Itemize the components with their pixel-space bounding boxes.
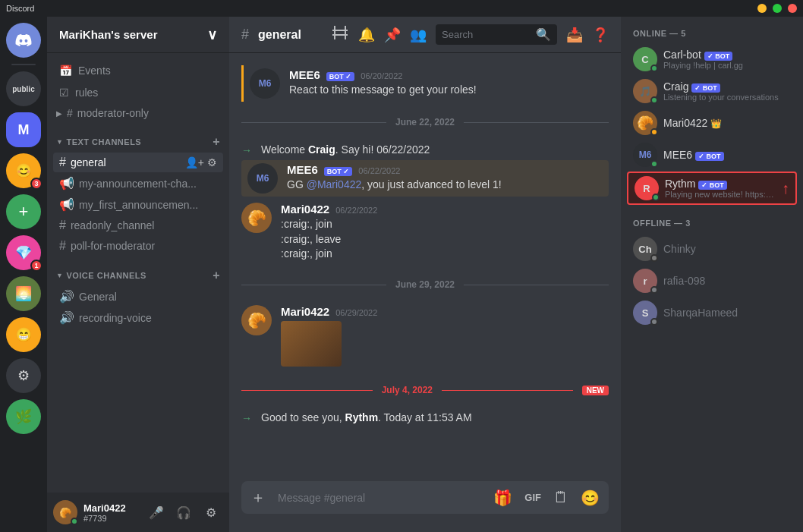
add-attachment-button[interactable]: ＋ [247,481,269,514]
message-content-mari: Mari0422 06/22/2022 :craig:, join :craig… [281,203,609,261]
status-dot-rafia [650,286,658,294]
message-content-mee6: MEE6 BOT ✓ 06/22/2022 GG @Mari0422, you … [287,163,603,194]
member-status-carlbot: Playing !help | carl.gg [663,61,791,70]
user-settings-button[interactable]: ⚙ [199,500,223,524]
search-input[interactable] [442,29,531,40]
minimize-button[interactable]: ─ [757,4,767,13]
server-icon-landscape[interactable]: 🌅 [6,276,41,311]
channel-item-poll[interactable]: # poll-for-moderator [53,236,223,256]
gif-button[interactable]: GIF [521,486,544,509]
arrow-icon-rythm: → [241,412,252,424]
member-item-craig[interactable]: 🎵 Craig ✓ BOT Listening to your conversa… [627,76,797,106]
system-message-rythm-text: Good to see you, Rythm. Today at 11:53 A… [261,411,472,425]
message-content: MEE6 BOT ✓ 06/20/2022 React to this mess… [289,68,609,99]
members-icon[interactable]: 👥 [410,27,427,43]
new-divider-text: July 4, 2022 [382,385,433,395]
server-icon-s5[interactable]: 😁 [6,317,41,352]
notification-bell-icon[interactable]: 🔔 [358,27,375,43]
member-item-chinky[interactable]: Ch Chinky [627,234,797,264]
voice-channel-general[interactable]: 🔊 General [53,286,223,307]
member-name-rafia: rafia-098 [663,275,791,287]
add-user-icon[interactable]: 👤+ [185,156,204,168]
pin-icon[interactable]: 📌 [384,27,401,43]
mute-button[interactable]: 🎤 [144,500,168,524]
server-icon-s6[interactable]: ⚙ [6,358,41,393]
close-button[interactable]: ✕ [788,4,797,13]
notification-badge-s3: 1 [30,260,43,272]
server-icon-marikhans[interactable]: M [6,112,41,147]
deafen-button[interactable]: 🎧 [172,500,196,524]
channel-item-first-announcement[interactable]: 📢 my_first_announcemen... [53,194,223,215]
date-divider-june29: June 29, 2022 [241,279,609,290]
member-item-carlbot[interactable]: C Carl-bot ✓ BOT Playing !help | carl.gg [627,44,797,74]
server-name-bar[interactable]: MariKhan's server ∨ [47,17,229,53]
member-item-mee6[interactable]: M6 MEE6 ✓ BOT [627,140,797,170]
bot-check-badge-craig: ✓ BOT [691,83,720,93]
titlebar: Discord ─ □ ✕ [0,0,803,17]
bot-check-badge-rythm: ✓ BOT [698,181,727,190]
member-item-mari0422[interactable]: 🥐 Mari0422 👑 [627,108,797,138]
calendar-icon: 📅 [59,65,72,77]
message-input[interactable] [275,484,484,512]
message-input-box: ＋ 🎁 GIF 🗒 😊 [241,481,609,514]
highlighted-message-group: M6 MEE6 BOT ✓ 06/22/2022 GG @Mari0422, y… [241,160,609,197]
status-dot-carlbot [650,65,658,72]
hash-icon: # [59,156,66,169]
sidebar-item-moderator-only[interactable]: ▶ # moderator-only [53,104,223,122]
maximize-button[interactable]: □ [773,4,782,13]
member-name-sharqa: SharqaHameed [663,307,791,319]
add-voice-channel-button[interactable]: + [213,269,220,282]
message-author-mari2: Mari0422 [281,305,329,318]
user-discriminator: #7739 [83,514,138,523]
server-icon-s1[interactable]: 😊 3 [6,153,41,188]
channel-item-readonly[interactable]: # readonly_channel [53,216,223,235]
member-item-rythm[interactable]: R Rythm ✓ BOT Playing new website! https… [627,172,797,205]
gift-button[interactable]: 🎁 [490,483,515,513]
sidebar-item-events[interactable]: 📅 Events [53,60,223,81]
speaker-icon-2: 📢 [59,197,74,212]
arrow-icon: → [241,144,252,156]
add-text-channel-button[interactable]: + [213,135,220,149]
message-input-area: ＋ 🎁 GIF 🗒 😊 [229,481,621,532]
member-avatar-sharqa: S [633,301,657,325]
search-bar[interactable]: 🔍 [436,24,557,45]
inbox-icon[interactable]: 📥 [566,27,583,43]
divider-line-right [442,390,573,391]
member-item-rafia[interactable]: r rafia-098 [627,266,797,296]
member-info-sharqa: SharqaHameed [663,307,791,319]
discord-home-button[interactable] [6,23,41,58]
status-dot [71,518,78,525]
new-message-divider: July 4, 2022 NEW [241,385,609,395]
message-image [281,321,342,367]
svg-rect-2 [332,30,348,31]
emoji-button[interactable]: 😊 [578,483,603,513]
category-header-text[interactable]: ▼ TEXT CHANNELS + [53,135,223,149]
channel-item-announcement[interactable]: 📢 my-announcement-cha... [53,173,223,194]
window-controls: ─ □ ✕ [757,4,797,13]
help-icon[interactable]: ❓ [592,27,609,43]
server-icon-public[interactable]: public [6,71,41,106]
server-divider [11,64,36,65]
sticker-button[interactable]: 🗒 [550,483,572,512]
message-group: M6 MEE6 BOT ✓ 06/20/2022 React to this m… [241,65,609,102]
hashtag-header-icon[interactable] [331,24,349,46]
server-icon-add[interactable]: + [6,194,41,229]
hash-icon-readonly: # [59,219,66,232]
category-header-voice[interactable]: ▼ VOICE CHANNELS + [53,269,223,282]
message-text-mari-3: :craig:, join [281,247,609,261]
member-item-sharqa[interactable]: S SharqaHameed [627,297,797,328]
message-group-mari2: 🥐 Mari0422 06/29/2022 [241,302,609,370]
user-controls: 🎤 🎧 ⚙ [144,500,223,524]
settings-icon[interactable]: ⚙ [207,156,217,168]
server-icon-s3[interactable]: 💎 1 [6,235,41,270]
channel-item-general[interactable]: # general 👤+ ⚙ [53,153,223,172]
message-text-mari-1: :craig:, join [281,217,609,231]
server-icon-s7[interactable]: 🌿 [6,399,41,434]
voice-channel-recording[interactable]: 🔊 recording-voice [53,307,223,328]
divider-line-left [241,390,373,391]
member-name-mee6: MEE6 ✓ BOT [663,149,791,161]
search-icon: 🔍 [536,27,551,42]
messages-area: M6 MEE6 BOT ✓ 06/20/2022 React to this m… [229,53,621,481]
sidebar-item-rules[interactable]: ☑ rules [53,82,223,103]
member-name-carlbot: Carl-bot ✓ BOT [663,49,791,61]
